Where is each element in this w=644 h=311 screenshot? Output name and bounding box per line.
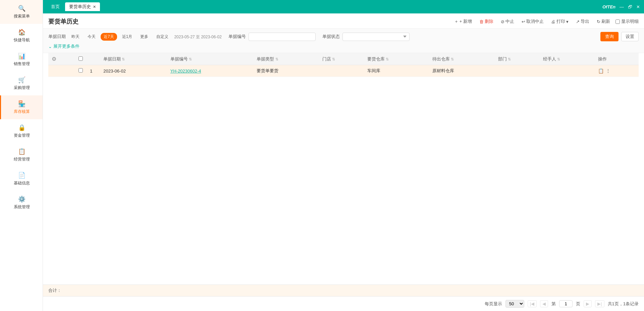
stop-label: 中止: [505, 18, 514, 25]
date-btn-yesterday[interactable]: 昨天: [68, 33, 83, 41]
table-footer: 合计：: [43, 284, 644, 296]
print-label: 打印: [556, 18, 565, 25]
table-area: ⚙ 单据日期 单据编号 单据类型 门店 要货仓库 待出仓库 部门 经手人: [43, 53, 644, 284]
filter-row-1: 单据日期 昨天 今天 近7天 近1月 更多 自定义 2023-05-27 至 2…: [48, 32, 639, 41]
window-close[interactable]: ✕: [636, 4, 640, 9]
export-button[interactable]: ↗ 导出: [574, 17, 591, 26]
sidebar-label-system: 系统管理: [14, 204, 30, 210]
print-arrow-icon: ▾: [566, 19, 569, 24]
col-department[interactable]: 部门: [495, 53, 540, 65]
table-row: 1 2023-06-02 YH-20230602-4 要货单要货 车间库 原材料…: [48, 65, 639, 77]
sidebar-item-quick-nav[interactable]: 🏠快捷导航: [0, 24, 43, 48]
per-page-select[interactable]: 10 20 50 100: [505, 300, 524, 308]
next-page-btn[interactable]: ▶: [584, 300, 592, 307]
delete-button[interactable]: 🗑 删除: [477, 17, 495, 26]
col-handler[interactable]: 经手人: [540, 53, 595, 65]
page-input[interactable]: [559, 300, 573, 307]
expand-more-btn[interactable]: ⌄ 展开更多条件: [48, 43, 639, 49]
row-code-link[interactable]: YH-20230602-4: [170, 69, 201, 74]
total-info: 共1页，1条记录: [608, 301, 639, 307]
refresh-button[interactable]: ↻ 刷新: [595, 17, 612, 26]
row-more-icon[interactable]: ⋮: [606, 68, 610, 74]
date-btn-custom[interactable]: 自定义: [153, 33, 171, 41]
print-button[interactable]: 🖨 打印 ▾: [549, 17, 571, 26]
sidebar-item-sales[interactable]: 📊销售管理: [0, 48, 43, 72]
sidebar-label-inventory: 库存核算: [14, 109, 30, 115]
header-actions: ＋ + 新增 🗑 删除 ⊘ 中止 ↩ 取消中止 🖨 打印: [452, 17, 639, 26]
col-gear: ⚙: [48, 53, 74, 65]
refresh-icon: ↻: [597, 19, 600, 24]
summary-label: 合计：: [48, 287, 61, 294]
date-btn-7days[interactable]: 近7天: [101, 33, 117, 41]
col-date[interactable]: 单据日期: [100, 53, 167, 65]
tab-close-icon[interactable]: ✕: [93, 5, 96, 9]
add-label: + 新增: [460, 18, 472, 25]
sidebar-item-inventory[interactable]: 🏪库存核算: [0, 95, 43, 119]
row-gear-cell: [48, 65, 74, 77]
col-req-warehouse[interactable]: 要货仓库: [364, 53, 429, 65]
sidebar-label-finance: 资金管理: [14, 133, 30, 138]
doc-status-select[interactable]: [342, 33, 410, 41]
table-header-row: ⚙ 单据日期 单据编号 单据类型 门店 要货仓库 待出仓库 部门 经手人: [48, 53, 639, 65]
show-detail-input[interactable]: [615, 19, 620, 24]
window-restore[interactable]: 🗗: [628, 4, 632, 9]
date-btn-today[interactable]: 今天: [85, 33, 99, 41]
base-info-icon: 📄: [18, 172, 25, 179]
sidebar-label-base-info: 基础信息: [14, 180, 30, 186]
col-pending-warehouse[interactable]: 待出仓库: [429, 53, 495, 65]
finance-icon: 🔒: [18, 124, 25, 131]
col-num: [87, 53, 100, 65]
sidebar-item-search-menu[interactable]: 🔍搜索菜单: [0, 0, 43, 24]
col-code[interactable]: 单据编号: [167, 53, 254, 65]
quick-nav-icon: 🏠: [18, 29, 25, 36]
row-edit-icon[interactable]: 📋: [598, 68, 604, 74]
doc-number-filter-group: 单据编号: [228, 33, 316, 41]
page-goto-label: 第: [551, 301, 556, 307]
date-shortcuts: 昨天 今天 近7天 近1月 更多 自定义: [68, 33, 171, 41]
settings-gear-icon[interactable]: ⚙: [52, 56, 56, 62]
show-detail-label: 显示明细: [621, 18, 639, 25]
show-detail-checkbox[interactable]: 显示明细: [615, 18, 639, 25]
cancel-stop-icon: ↩: [522, 19, 525, 24]
col-type[interactable]: 单据类型: [253, 53, 319, 65]
delete-icon: 🗑: [479, 19, 484, 24]
sidebar-item-system[interactable]: ⚙️系统管理: [0, 191, 43, 215]
date-btn-1month[interactable]: 近1月: [119, 33, 136, 41]
operation-icon: 📋: [18, 148, 25, 155]
query-button[interactable]: 查询: [600, 32, 619, 41]
select-all-checkbox[interactable]: [78, 56, 83, 61]
date-btn-more[interactable]: 更多: [137, 33, 151, 41]
sidebar-item-finance[interactable]: 🔒资金管理: [0, 119, 43, 143]
inventory-icon: 🏪: [18, 100, 25, 107]
first-page-btn[interactable]: |◀: [528, 300, 537, 307]
sidebar-item-base-info[interactable]: 📄基础信息: [0, 167, 43, 191]
pagination: 每页显示 10 20 50 100 |◀ ◀ 第 页 ▶ ▶| 共1页，1条记录: [43, 296, 644, 311]
topbar: 首页 要货单历史 ✕ OfTEn — 🗗 ✕: [43, 0, 644, 13]
search-menu-icon: 🔍: [18, 5, 25, 12]
page-suffix-label: 页: [576, 301, 580, 307]
settings-button[interactable]: 设置: [621, 32, 639, 41]
date-range-display: 2023-05-27 至 2023-06-02: [174, 34, 221, 40]
stop-icon: ⊘: [501, 19, 504, 24]
tab-home[interactable]: 首页: [47, 2, 64, 11]
row-store-cell: [319, 65, 364, 77]
doc-status-label: 单据状态: [322, 34, 340, 40]
window-minimize[interactable]: —: [620, 4, 624, 9]
prev-page-btn[interactable]: ◀: [540, 300, 548, 307]
sidebar: 🔍搜索菜单🏠快捷导航📊销售管理🛒采购管理🏪库存核算🔒资金管理📋经营管理📄基础信息…: [0, 0, 43, 311]
tab-active[interactable]: 要货单历史 ✕: [65, 2, 100, 11]
last-page-btn[interactable]: ▶|: [595, 300, 604, 307]
export-label: 导出: [581, 18, 589, 25]
per-page-label: 每页显示: [485, 301, 502, 307]
export-icon: ↗: [576, 19, 580, 24]
cancel-stop-button[interactable]: ↩ 取消中止: [520, 17, 546, 26]
add-button[interactable]: ＋ + 新增: [452, 17, 474, 26]
col-action: 操作: [595, 53, 639, 65]
doc-status-filter-group: 单据状态: [322, 33, 410, 41]
sidebar-item-operation[interactable]: 📋经营管理: [0, 143, 43, 167]
col-store[interactable]: 门店: [319, 53, 364, 65]
doc-number-input[interactable]: [249, 33, 316, 41]
stop-button[interactable]: ⊘ 中止: [499, 17, 516, 26]
row-checkbox-0[interactable]: [78, 68, 83, 73]
sidebar-item-purchase[interactable]: 🛒采购管理: [0, 72, 43, 95]
